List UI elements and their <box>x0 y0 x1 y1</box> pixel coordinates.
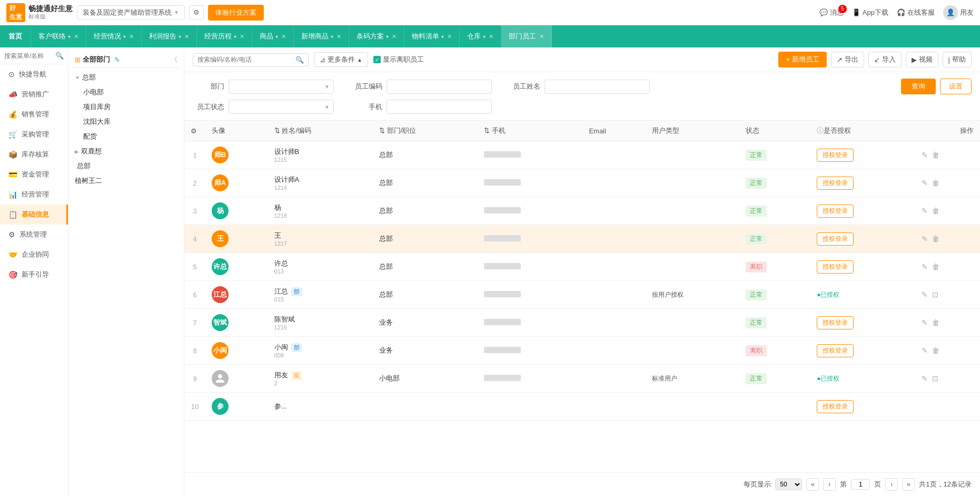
auth-login-button[interactable]: 授权登录 <box>817 260 854 274</box>
sort-icon: ⇅ <box>274 127 280 134</box>
auth-login-button[interactable]: 授权登录 <box>817 205 854 218</box>
system-title[interactable]: 装备及固定资产辅助管理系统 ▼ <box>77 5 185 20</box>
delete-icon[interactable]: 🗑 <box>932 235 939 243</box>
marketing-icon: 📣 <box>8 90 17 99</box>
dept-node-zongbu2[interactable]: 总部 <box>73 159 180 173</box>
sidebar-item-inventory[interactable]: 📦 库存核算 <box>0 144 68 164</box>
message-button[interactable]: 💬 消息 5 <box>819 8 844 17</box>
th-name[interactable]: ⇅ 姓名/编码 <box>268 121 373 141</box>
collapse-dept-icon[interactable]: 《 <box>171 55 177 64</box>
help-button[interactable]: | 帮助 <box>943 52 972 67</box>
page-input[interactable] <box>851 479 870 490</box>
last-page-button[interactable]: » <box>902 478 915 491</box>
query-button[interactable]: 查询 <box>901 79 936 94</box>
filter-status-select[interactable] <box>229 100 334 114</box>
dept-node-project[interactable]: 项目库房 <box>81 100 180 114</box>
export-button[interactable]: ↗ 导出 <box>831 52 864 67</box>
video-button[interactable]: ▶ 视频 <box>906 52 938 67</box>
import-button[interactable]: ↙ 导入 <box>868 52 902 67</box>
tab-operation[interactable]: 经营情况 ▾ ✕ <box>86 25 142 47</box>
sidebar-item-operation-mgmt[interactable]: 📊 经营管理 <box>0 184 68 205</box>
tab-warehouse[interactable]: 仓库 ▾ ✕ <box>460 25 501 47</box>
auth-login-button[interactable]: 授权登录 <box>817 400 854 413</box>
edit-dept-icon[interactable]: ✎ <box>114 56 120 64</box>
delete-icon[interactable]: 🗑 <box>932 262 939 271</box>
edit-icon[interactable]: ✎ <box>922 318 928 327</box>
delete-icon[interactable]: 🗑 <box>932 151 939 159</box>
delete-icon[interactable]: 🗑 <box>932 179 939 187</box>
tab-goods[interactable]: 商品 ▾ ✕ <box>252 25 294 47</box>
edit-icon[interactable]: ✎ <box>922 290 928 299</box>
next-page-button[interactable]: › <box>885 478 898 491</box>
show-resigned-toggle[interactable]: ✓ 显示离职员工 <box>373 55 424 64</box>
filter-phone-input[interactable] <box>387 100 492 114</box>
tab-customer[interactable]: 客户联络 ▾ ✕ <box>31 25 86 47</box>
set-button[interactable]: 设置 <box>940 79 972 94</box>
sidebar-item-basic-info[interactable]: 📋 基础信息 <box>0 205 68 225</box>
add-employee-button[interactable]: + 新增员工 <box>778 52 826 67</box>
td-email <box>582 337 646 365</box>
filter-dept-select[interactable] <box>229 80 334 94</box>
sidebar-item-guide[interactable]: 🎯 新手引导 <box>0 265 68 285</box>
sidebar-item-cooperation[interactable]: 🤝 企业协同 <box>0 245 68 265</box>
edit-icon[interactable]: ✎ <box>922 346 928 355</box>
tab-bom[interactable]: 物料清单 ▾ ✕ <box>404 25 460 47</box>
sidebar-item-purchase[interactable]: 🛒 采购管理 <box>0 124 68 144</box>
dept-node-zhishu[interactable]: 植树王二 <box>73 173 180 188</box>
prev-page-button[interactable]: ‹ <box>823 478 836 491</box>
tab-home[interactable]: 首页 <box>0 25 31 47</box>
per-page-select[interactable]: 50 20 100 <box>775 479 802 490</box>
auth-login-button[interactable]: 授权登录 <box>817 344 854 357</box>
sidebar-item-quick-nav[interactable]: ⊙ 快捷导航 <box>0 64 68 84</box>
dept-node-zongbu[interactable]: ▼ 总部 <box>73 70 180 85</box>
sidebar-item-marketing[interactable]: 📣 营销推广 <box>0 84 68 104</box>
app-download-button[interactable]: 📱 App下载 <box>852 8 888 17</box>
top-bar-right: 💬 消息 5 📱 App下载 🎧 在线客服 👤 用友 <box>819 5 974 20</box>
sidebar-item-sales[interactable]: 💰 销售管理 <box>0 104 68 124</box>
tab-add-goods[interactable]: 新增商品 ▾ ✕ <box>294 25 349 47</box>
logo-text-wrap: 畅捷通好生意 标准版 <box>28 4 73 21</box>
edit-icon[interactable]: ✎ <box>922 151 928 159</box>
th-setting[interactable]: ⚙ <box>184 121 205 141</box>
search-input[interactable] <box>197 56 293 63</box>
dept-node-shenyang[interactable]: 沈阳大库 <box>81 114 180 129</box>
user-menu[interactable]: 👤 用友 <box>943 5 974 20</box>
auth-login-button[interactable]: 授权登录 <box>817 149 854 162</box>
edit-icon[interactable]: ✎ <box>922 207 928 215</box>
more-filter-button[interactable]: ⊿ 更多条件 ▲ <box>314 52 368 67</box>
edit-icon[interactable]: ✎ <box>922 235 928 243</box>
sidebar-search-input[interactable] <box>4 52 53 60</box>
auth-login-button[interactable]: 授权登录 <box>817 232 854 246</box>
th-dept[interactable]: ⇅ 部门/职位 <box>373 121 478 141</box>
all-dept-label: 全部部门 <box>83 55 110 64</box>
td-auth: 授权登录 <box>810 197 915 225</box>
first-page-button[interactable]: « <box>806 478 819 491</box>
delete-icon[interactable]: 🗑 <box>932 318 939 327</box>
td-email <box>582 365 646 393</box>
copy-icon[interactable]: ⊡ <box>932 374 938 383</box>
sidebar-item-system[interactable]: ⚙ 系统管理 <box>0 225 68 245</box>
online-service-button[interactable]: 🎧 在线客服 <box>897 8 935 17</box>
edit-icon[interactable]: ✎ <box>922 179 928 187</box>
th-phone[interactable]: ⇅ 手机 <box>478 121 582 141</box>
dept-node-xiaodian[interactable]: 小电部 <box>81 85 180 100</box>
edit-icon[interactable]: ✎ <box>922 374 928 383</box>
tab-history[interactable]: 经营历程 ▾ ✕ <box>197 25 252 47</box>
auth-login-button[interactable]: 授权登录 <box>817 177 854 190</box>
auth-login-button[interactable]: 授权登录 <box>817 316 854 329</box>
edit-icon[interactable]: ✎ <box>922 262 928 271</box>
gear-button[interactable]: ⚙ <box>189 5 204 20</box>
filter-code-input[interactable] <box>387 80 492 94</box>
filter-name-input[interactable] <box>545 80 650 94</box>
trial-button[interactable]: 体验行业方案 <box>208 5 264 21</box>
tab-barcode[interactable]: 条码方案 ▾ ✕ <box>349 25 404 47</box>
delete-icon[interactable]: 🗑 <box>932 346 939 355</box>
dept-node-peihuo[interactable]: 配货 <box>81 129 180 144</box>
dept-node-shuanglu[interactable]: ▶ 双鹿想 <box>73 144 180 159</box>
tab-profit[interactable]: 利润报告 ▾ ✕ <box>142 25 197 47</box>
tab-employees[interactable]: 部门员工 ✕ <box>501 25 552 47</box>
purchase-icon: 🛒 <box>8 130 17 139</box>
copy-icon[interactable]: ⊡ <box>932 290 938 299</box>
sidebar-item-finance[interactable]: 💳 资金管理 <box>0 164 68 184</box>
delete-icon[interactable]: 🗑 <box>932 207 939 215</box>
